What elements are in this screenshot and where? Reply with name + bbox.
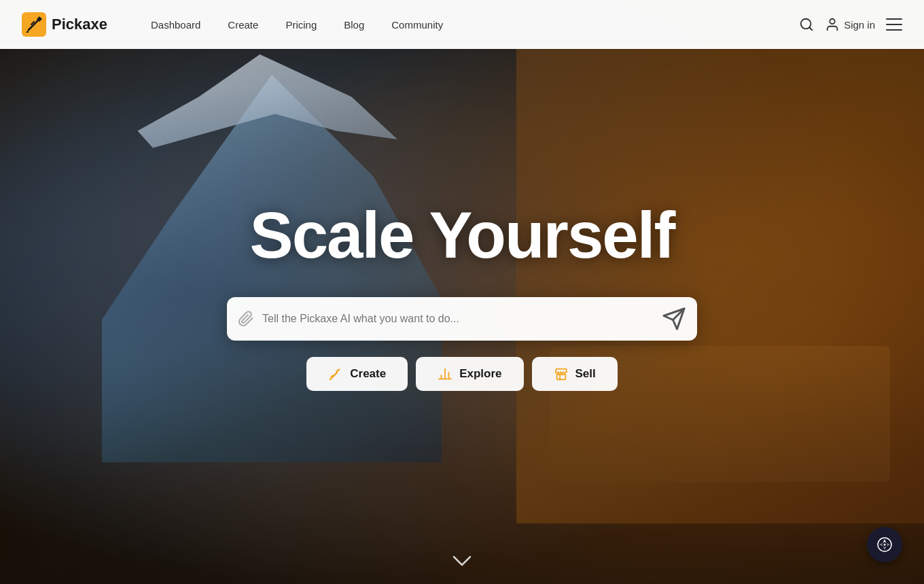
search-icon[interactable]	[799, 17, 814, 32]
sell-button[interactable]: Sell	[532, 357, 618, 391]
sell-label: Sell	[575, 367, 596, 381]
nav-create[interactable]: Create	[217, 14, 269, 36]
svg-line-4	[809, 27, 812, 30]
send-icon[interactable]	[662, 307, 686, 331]
navbar: Pickaxe Dashboard Create Pricing Blog Co…	[0, 0, 924, 49]
chevron-down-icon	[452, 555, 472, 566]
pickaxe-btn-icon	[328, 366, 343, 381]
nav-community[interactable]: Community	[380, 14, 454, 36]
logo-text: Pickaxe	[52, 16, 107, 33]
hamburger-menu[interactable]	[886, 18, 902, 31]
sign-in-button[interactable]: Sign in	[825, 17, 875, 32]
nav-dashboard[interactable]: Dashboard	[140, 14, 211, 36]
explore-label: Explore	[459, 367, 501, 381]
floating-action-button[interactable]	[867, 527, 902, 562]
hero-title: Scale Yourself	[250, 201, 675, 270]
svg-marker-16	[883, 547, 887, 551]
nav-pricing[interactable]: Pricing	[274, 14, 327, 36]
storefront-btn-icon	[554, 366, 569, 381]
user-icon	[825, 17, 840, 32]
attach-icon	[238, 311, 254, 327]
explore-button[interactable]: Explore	[416, 357, 523, 391]
search-input[interactable]	[262, 313, 654, 325]
create-button[interactable]: Create	[306, 357, 408, 391]
logo[interactable]: Pickaxe	[22, 12, 107, 37]
action-buttons: Create Explore Sell	[306, 357, 618, 391]
chart-btn-icon	[438, 366, 452, 381]
compass-icon	[876, 536, 893, 553]
hero-content: Scale Yourself Create	[0, 49, 924, 584]
search-bar[interactable]	[227, 297, 697, 341]
svg-point-5	[830, 19, 834, 24]
svg-marker-18	[887, 543, 891, 547]
nav-right: Sign in	[799, 17, 902, 32]
create-label: Create	[350, 367, 386, 381]
svg-point-19	[884, 544, 886, 546]
menu-bar-2	[886, 24, 902, 25]
svg-rect-12	[556, 375, 565, 379]
nav-blog[interactable]: Blog	[333, 14, 375, 36]
svg-marker-17	[879, 543, 883, 547]
menu-bar-1	[886, 18, 902, 20]
sign-in-label: Sign in	[844, 19, 875, 31]
nav-links: Dashboard Create Pricing Blog Community	[140, 14, 799, 36]
scroll-down-button[interactable]	[452, 551, 472, 570]
logo-icon	[22, 12, 46, 37]
menu-bar-3	[886, 29, 902, 31]
svg-marker-15	[883, 539, 887, 543]
